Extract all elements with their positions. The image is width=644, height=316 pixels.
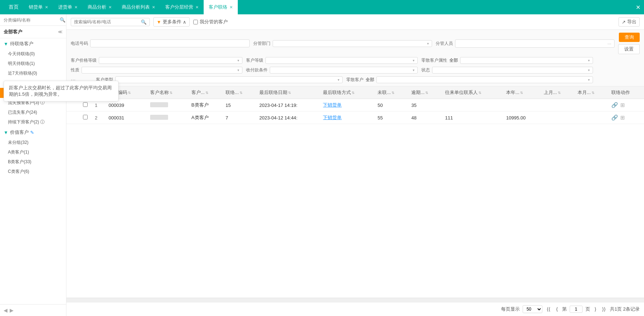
row-this-year: 10995.00 [502, 112, 540, 124]
collapse-icon[interactable]: ≪ [58, 29, 62, 34]
filter-nature-select[interactable]: ▾ [82, 67, 242, 74]
close-goods-list-icon[interactable]: ✕ [152, 5, 155, 10]
settings-btn[interactable]: 设置 [618, 44, 640, 54]
filter-type-select[interactable]: ▾ [115, 76, 343, 83]
top-nav-close-btn[interactable]: ✕ [636, 4, 640, 11]
filter-person: 分管人员 ··· [436, 39, 615, 48]
nav-customer-seg[interactable]: 客户分层经营 ✕ [160, 0, 204, 14]
sidebar-item-c-class[interactable]: C类客户(6) [0, 167, 66, 176]
row-checkbox[interactable] [83, 115, 88, 119]
filter-action-group: 查询 设置 [618, 33, 640, 54]
customer-table: ⚙ 客户编码 ⇅ 客户名称 ⇅ 客户... ⇅ 联络... ⇅ 最后联络日期 ⇅… [66, 86, 644, 124]
close-purchase-icon[interactable]: ✕ [74, 5, 78, 10]
row-last-method[interactable]: 下销货单 [319, 99, 374, 112]
close-goods-icon[interactable]: ✕ [108, 5, 112, 10]
app-root: 首页 销货单 ✕ 进货单 ✕ 商品分析 ✕ 商品分析列表 ✕ 客户分层经营 ✕ … [0, 0, 644, 316]
search-input[interactable] [74, 19, 139, 24]
col-contact[interactable]: 联络... ⇅ [222, 86, 256, 99]
filter-dept: 分管部门 ▾ [253, 40, 432, 47]
close-customer-seg-icon[interactable]: ✕ [195, 5, 199, 10]
my-customer-checkbox-wrap: 我分管的客户 [193, 19, 228, 25]
nav-customer-contact[interactable]: 客户联络 ✕ [204, 0, 238, 14]
nav-home[interactable]: 首页 [4, 0, 24, 14]
level-arrow-icon: ▾ [413, 58, 414, 62]
col-uncontact[interactable]: 未联... ⇅ [374, 86, 408, 99]
filter-price-select[interactable]: ▾ [99, 57, 242, 64]
filter-retail-select[interactable]: ▾ [376, 76, 593, 83]
col-name[interactable]: 客户名称 ⇅ [147, 86, 188, 99]
close-sales-icon[interactable]: ✕ [45, 5, 48, 10]
query-btn[interactable]: 查询 [619, 33, 640, 42]
page-next-btn[interactable]: ⟩ [593, 306, 598, 313]
col-overdue[interactable]: 逾期... ⇅ [408, 86, 441, 99]
sidebar-item-lost[interactable]: 已流失客户(24) [0, 108, 66, 117]
all-customers-title[interactable]: 全部客户 ≪ [0, 26, 66, 38]
payment-arrow-icon: ▾ [413, 68, 414, 72]
page-first-btn[interactable]: ⟨⟨ [545, 306, 552, 313]
page-size-select[interactable]: 50 100 200 [523, 305, 542, 313]
filter-retail-attr-select[interactable]: ▾ [460, 57, 593, 64]
sidebar-search-icon[interactable]: 🔍 [60, 17, 65, 23]
sidebar-left-arrow[interactable]: ◀ [4, 307, 8, 313]
filter-icon: ▼ [157, 19, 161, 25]
filter-person-select[interactable]: ··· [455, 39, 615, 48]
nav-purchase[interactable]: 进货单 ✕ [53, 0, 83, 14]
pagination: 每页显示 50 100 200 ⟨⟨ ⟨ 第 页 ⟩ ⟩⟩ 共1页 2条记录 [66, 302, 644, 316]
nav-goods-analysis[interactable]: 商品分析 ✕ [83, 0, 117, 14]
value-customer-edit-icon[interactable]: ✎ [30, 130, 34, 135]
row-this-month [574, 112, 608, 124]
page-prev-btn[interactable]: ⟨ [555, 306, 559, 313]
sidebar-item-7days[interactable]: 近7天待联络(0) [0, 69, 66, 78]
last-method-link[interactable]: 下销货单 [323, 115, 342, 120]
page-input[interactable] [570, 306, 583, 313]
row-unit-contact: 111 [441, 112, 502, 124]
action-link-icon[interactable]: 🔗 [611, 114, 618, 121]
action-grid-icon[interactable]: ⊞ [620, 102, 625, 108]
sidebar-item-today[interactable]: 今天待联络(0) [0, 49, 66, 59]
filter-customer-level: 客户等级 ▾ [246, 57, 418, 64]
horizontal-scrollbar[interactable] [66, 298, 644, 302]
page-last-btn[interactable]: ⟩⟩ [601, 306, 607, 313]
row-checkbox[interactable] [83, 102, 88, 107]
filter-phone-input[interactable] [90, 39, 250, 47]
col-this-year[interactable]: 本年... ⇅ [502, 86, 540, 99]
value-customer-group[interactable]: ▼ 价值客户 ✎ [0, 127, 66, 138]
last-method-link[interactable]: 下销货单 [323, 102, 342, 108]
nav-goods-list[interactable]: 商品分析列表 ✕ [117, 0, 160, 14]
row-last-method[interactable]: 下销货单 [319, 112, 374, 124]
sidebar-search-input[interactable] [4, 18, 57, 23]
sidebar-item-ungrouped[interactable]: 未分组(32) [0, 138, 66, 147]
main-layout: 🔍 全部客户 ≪ ▼ 待联络客户 今天待联络(0) 明天待联络(1) 近7天待联… [0, 14, 644, 316]
close-customer-contact-icon[interactable]: ✕ [230, 5, 233, 10]
filter-status-select[interactable]: ▾ [432, 67, 593, 74]
sidebar-item-tomorrow[interactable]: 明天待联络(1) [0, 59, 66, 69]
action-link-icon[interactable]: 🔗 [611, 102, 618, 108]
filter-level-select[interactable]: ▾ [265, 57, 418, 64]
col-last-method[interactable]: 最后联络方式 ⇅ [319, 86, 374, 99]
action-grid-icon[interactable]: ⊞ [620, 114, 625, 121]
nav-sales[interactable]: 销货单 ✕ [24, 0, 53, 14]
more-filter-btn[interactable]: ▼ 更多条件 ∧ [153, 17, 190, 27]
filter-payment-select[interactable]: ▾ [270, 67, 418, 74]
col-action: 联络动作 [608, 86, 644, 99]
col-this-month[interactable]: 本月... ⇅ [574, 86, 608, 99]
filter-phone: 电话号码 [71, 39, 250, 47]
filter-row-2: 客户价格等级 ▾ 客户等级 ▾ 零散客户属性 [71, 57, 640, 64]
sidebar-item-b-class[interactable]: B类客户(33) [0, 157, 66, 167]
my-customer-checkbox[interactable] [193, 20, 198, 24]
person-dots-icon[interactable]: ··· [607, 41, 611, 46]
search-icon[interactable]: 🔍 [141, 19, 147, 25]
export-btn[interactable]: ↗ 导出 [618, 17, 640, 27]
sidebar-right-arrow[interactable]: ▶ [10, 307, 14, 313]
row-this-year [502, 99, 540, 112]
pending-contact-group[interactable]: ▼ 待联络客户 [0, 38, 66, 49]
sidebar-item-declining[interactable]: 持续下滑客户(2) ⓘ [0, 117, 66, 127]
col-category[interactable]: 客户... ⇅ [188, 86, 222, 99]
filter-dept-select[interactable]: ▾ [273, 40, 432, 47]
col-last-date[interactable]: 最后联络日期 ⇅ [256, 86, 320, 99]
dept-arrow-icon: ▾ [427, 42, 429, 46]
col-last-month[interactable]: 上月... ⇅ [540, 86, 574, 99]
nature-arrow-icon: ▾ [237, 68, 239, 72]
col-unit-contact[interactable]: 往来单位联系人 ⇅ [441, 86, 502, 99]
sidebar-item-a-class[interactable]: A类客户(1) [0, 147, 66, 157]
